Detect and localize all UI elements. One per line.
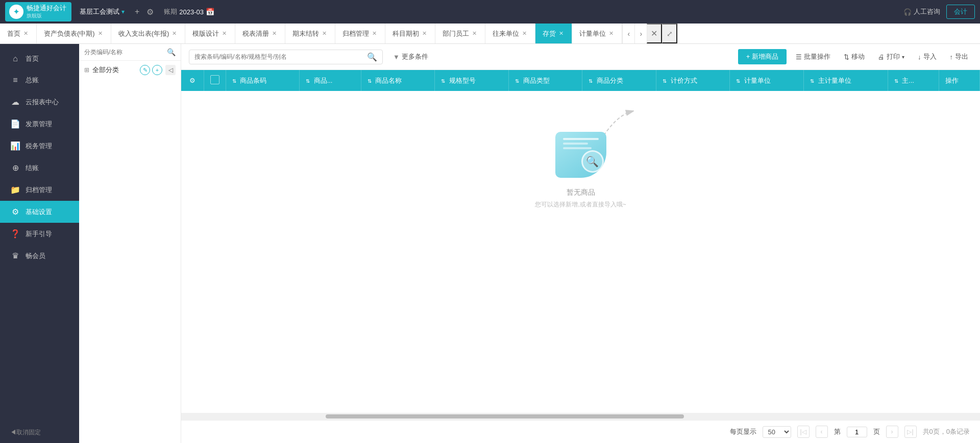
tab-close-icon[interactable]: ✕: [371, 30, 378, 37]
sidebar-item-basic-settings[interactable]: ⚙ 基础设置: [0, 201, 79, 223]
tab-close-icon[interactable]: ✕: [271, 30, 278, 37]
tab-close-icon[interactable]: ✕: [171, 30, 178, 37]
last-page-button[interactable]: ▷|: [904, 426, 917, 438]
sidebar-item-guide[interactable]: ❓ 新手引导: [0, 223, 79, 245]
tab-counterpart[interactable]: 往来单位 ✕: [485, 24, 535, 43]
calendar-icon[interactable]: 📅: [206, 8, 214, 16]
tab-period-carry[interactable]: 期末结转 ✕: [285, 24, 335, 43]
tab-homepage[interactable]: 首页 ✕: [0, 24, 37, 43]
sidebar-item-cloud-reports[interactable]: ☁ 云报表中心: [0, 91, 79, 113]
tab-label: 期末结转: [292, 29, 319, 38]
tab-close-icon[interactable]: ✕: [221, 30, 228, 37]
archive-icon: 📁: [10, 185, 20, 195]
sidebar-item-tax[interactable]: 📊 税务管理: [0, 135, 79, 157]
sidebar-label: 新手引导: [26, 229, 52, 239]
tab-subject-initial[interactable]: 科目期初 ✕: [385, 24, 435, 43]
sidebar-item-closing[interactable]: ⊕ 结账: [0, 157, 79, 179]
tab-label: 收入支出表(年报): [118, 29, 169, 38]
account-button[interactable]: 会计: [946, 5, 975, 19]
settings-button[interactable]: ⚙: [144, 5, 156, 19]
category-search-input[interactable]: [84, 49, 164, 56]
empty-doc-icon: 🔍: [555, 132, 606, 178]
th-sort-icon[interactable]: ⇅: [368, 78, 372, 84]
tab-label: 资产负债表(中期): [44, 29, 95, 38]
tab-prev-button[interactable]: ‹: [622, 24, 634, 43]
tab-close-icon[interactable]: ✕: [22, 30, 29, 37]
tab-close-all-button[interactable]: ✕: [647, 24, 662, 43]
tab-template-design[interactable]: 模版设计 ✕: [185, 24, 235, 43]
sidebar-item-home[interactable]: ⌂ 首页: [0, 48, 79, 69]
sidebar-item-archive[interactable]: 📁 归档管理: [0, 179, 79, 201]
page-number-input[interactable]: [847, 427, 867, 437]
top-bar: ✦ 畅捷通好会计 旗舰版 基层工会测试 ▾ + ⚙ 账期 2023-03 📅 🎧…: [0, 0, 980, 24]
sidebar-item-member[interactable]: ♛ 畅会员: [0, 245, 79, 267]
category-search-button[interactable]: 🔍: [167, 48, 176, 56]
product-search-icon[interactable]: 🔍: [367, 52, 377, 62]
batch-icon: ☰: [796, 53, 802, 61]
import-icon: ↓: [918, 53, 921, 61]
add-tab-button[interactable]: +: [133, 5, 141, 18]
tab-tax-table[interactable]: 税表清册 ✕: [235, 24, 285, 43]
sidebar-label: 首页: [26, 54, 39, 63]
tab-next-button[interactable]: ›: [634, 24, 647, 43]
edit-category-button[interactable]: ✎: [140, 65, 150, 75]
tab-income-statement[interactable]: 收入支出表(年报) ✕: [111, 24, 186, 43]
th-sort-icon[interactable]: ⇅: [589, 78, 593, 84]
tab-measurement-unit[interactable]: 计量单位 ✕: [572, 24, 622, 43]
tab-close-icon[interactable]: ✕: [558, 30, 565, 37]
tab-close-icon[interactable]: ✕: [608, 30, 615, 37]
scroll-thumb[interactable]: [326, 414, 684, 418]
horizontal-scrollbar[interactable]: [181, 413, 980, 420]
next-page-button[interactable]: ›: [886, 426, 898, 438]
unpin-button[interactable]: ◀取消固定: [0, 422, 79, 443]
export-button[interactable]: ↑ 导出: [946, 50, 973, 63]
th-sort-icon[interactable]: ⇅: [441, 78, 445, 84]
export-label: 导出: [955, 52, 968, 61]
main-layout: ⌂ 首页 ≡ 总账 ☁ 云报表中心 📄 发票管理 📊 税务管理 ⊕ 结账 📁 归…: [0, 44, 980, 443]
sidebar-item-invoice[interactable]: 📄 发票管理: [0, 113, 79, 135]
app-name: 畅捷通好会计: [27, 4, 66, 12]
th-sort-icon[interactable]: ⇅: [515, 78, 519, 84]
tab-close-icon[interactable]: ✕: [421, 30, 428, 37]
tab-close-icon[interactable]: ✕: [471, 30, 478, 37]
product-search-input[interactable]: [194, 53, 364, 60]
th-checkbox[interactable]: [204, 70, 226, 91]
company-name: 基层工会测试: [80, 7, 119, 16]
tab-label: 部门员工: [443, 29, 469, 38]
sidebar-item-ledger[interactable]: ≡ 总账: [0, 69, 79, 91]
move-button[interactable]: ⇅ 移动: [840, 50, 869, 63]
th-sort-icon[interactable]: ⇅: [232, 78, 236, 84]
th-sort-icon[interactable]: ⇅: [894, 78, 898, 84]
add-category-button[interactable]: +: [152, 65, 162, 75]
tab-department-staff[interactable]: 部门员工 ✕: [435, 24, 485, 43]
import-button[interactable]: ↓ 导入: [914, 50, 941, 63]
th-unit: ⇅ 计量单位: [730, 70, 804, 91]
tab-close-icon[interactable]: ✕: [321, 30, 328, 37]
tab-close-icon[interactable]: ✕: [97, 30, 104, 37]
print-button[interactable]: 🖨 打印 ▾: [874, 50, 909, 63]
tab-balance-sheet[interactable]: 资产负债表(中期) ✕: [37, 24, 111, 43]
sidebar-label: 结账: [26, 164, 39, 173]
per-page-select[interactable]: 50 100 200: [763, 426, 791, 438]
unpin-label: ◀取消固定: [10, 428, 41, 437]
th-sort-icon[interactable]: ⇅: [663, 78, 667, 84]
th-sort-icon[interactable]: ⇅: [810, 78, 814, 84]
column-settings-icon[interactable]: ⚙: [189, 77, 195, 84]
category-header[interactable]: ⊞ 全部分类 ✎ + ◁: [79, 61, 181, 79]
th-settings[interactable]: ⚙: [181, 70, 204, 91]
first-page-button[interactable]: |◁: [797, 426, 810, 438]
tab-close-icon[interactable]: ✕: [521, 30, 528, 37]
th-sort-icon[interactable]: ⇅: [306, 78, 310, 84]
service-button[interactable]: 🎧 人工咨询: [903, 7, 940, 16]
collapse-panel-button[interactable]: ◁: [165, 65, 176, 75]
prev-page-button[interactable]: ‹: [816, 426, 828, 438]
add-product-button[interactable]: + 新增商品: [738, 49, 787, 64]
tab-inventory[interactable]: 存货 ✕: [535, 24, 572, 43]
filter-button[interactable]: ▼ 更多条件: [389, 50, 432, 63]
tab-archive-management[interactable]: 归档管理 ✕: [335, 24, 385, 43]
batch-operation-button[interactable]: ☰ 批量操作: [792, 50, 835, 63]
th-sort-icon[interactable]: ⇅: [736, 78, 740, 84]
select-all-checkbox[interactable]: [210, 75, 219, 84]
tab-expand-button[interactable]: ⤢: [662, 24, 677, 43]
company-selector[interactable]: 基层工会测试 ▾: [76, 5, 129, 18]
